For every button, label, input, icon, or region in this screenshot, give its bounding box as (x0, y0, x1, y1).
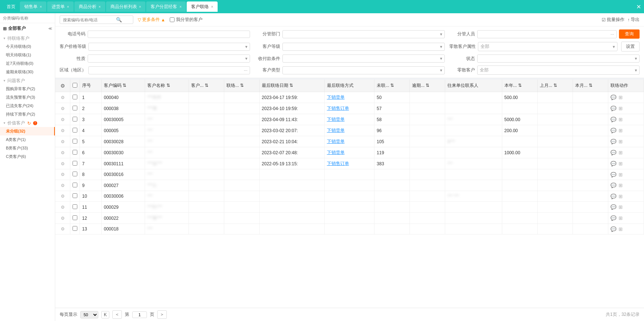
sidebar-item-class-b[interactable]: B类客户(33) (0, 144, 55, 152)
chat-icon[interactable]: 💬 (610, 117, 616, 122)
apps-icon[interactable]: ⊞ (619, 106, 623, 111)
chat-icon[interactable]: 💬 (610, 215, 616, 221)
tab-purchase-close[interactable]: × (67, 5, 69, 9)
chat-icon[interactable]: 💬 (610, 194, 616, 199)
chat-icon[interactable]: 💬 (610, 139, 616, 144)
next-page-button[interactable]: ＞ (157, 310, 167, 319)
chat-icon[interactable]: 💬 (610, 226, 616, 232)
sidebar-item-ungroup[interactable]: 未分组(32) (0, 127, 55, 135)
tab-purchase[interactable]: 进货单 × (47, 1, 74, 12)
customer-type-select[interactable]: ▾ (282, 66, 445, 74)
row-checkbox[interactable] (73, 215, 77, 220)
filter-search-input[interactable] (63, 18, 115, 22)
apps-icon[interactable]: ⊞ (619, 183, 623, 188)
sidebar-item-overdue-pending[interactable]: 逾期未联络(30) (0, 68, 55, 76)
apps-icon[interactable]: ⊞ (619, 117, 623, 122)
gear-icon-row[interactable]: ⚙ (61, 117, 65, 122)
filter-search-box[interactable]: 🔍 (60, 15, 133, 24)
gender-select[interactable]: ▾ (88, 54, 250, 63)
query-button[interactable]: 查询 (619, 29, 640, 39)
reset-button[interactable]: 设置 (621, 42, 640, 52)
last-way-link[interactable]: 下销货单 (327, 139, 345, 144)
tab-product-list-close[interactable]: × (139, 5, 141, 9)
status-select[interactable]: ▾ (477, 54, 640, 63)
retail-attr-select[interactable]: 全部 ▾ (478, 42, 617, 51)
tab-product-analysis[interactable]: 商品分析 × (74, 1, 105, 12)
more-conditions-button[interactable]: ▽ 更多条件 ▲ (138, 17, 165, 23)
sidebar-item-today-pending[interactable]: 今天待联络(0) (0, 42, 55, 51)
gear-icon-row[interactable]: ⚙ (61, 161, 65, 166)
refresh-icon[interactable]: ↻ (27, 121, 31, 126)
tab-sales[interactable]: 销售单 × (20, 1, 46, 12)
apps-icon[interactable]: ⊞ (619, 226, 623, 232)
last-way-link[interactable]: 下销货单 (327, 95, 345, 100)
close-window-button[interactable]: ✕ (636, 3, 641, 10)
gear-icon-row[interactable]: ⚙ (61, 150, 65, 155)
row-checkbox[interactable] (73, 117, 77, 121)
filter-search-icon[interactable]: 🔍 (116, 17, 122, 22)
apps-icon[interactable]: ⊞ (619, 194, 623, 199)
region-select[interactable]: ··· (88, 66, 250, 74)
payment-select[interactable]: ▾ (282, 54, 445, 63)
page-size-select[interactable]: 50 100 (80, 311, 98, 318)
gear-icon-row[interactable]: ⚙ (61, 128, 65, 133)
sidebar-item-churned[interactable]: 已流失客户(24) (0, 102, 55, 110)
chat-icon[interactable]: 💬 (610, 128, 616, 133)
sidebar-search[interactable]: 🔍 (0, 13, 55, 23)
sidebar-item-churn-warning[interactable]: 流失预警客户(3) (0, 93, 55, 102)
batch-ops-button[interactable]: ☑ 批量操作 (602, 17, 624, 23)
apps-icon[interactable]: ⊞ (619, 128, 623, 133)
row-checkbox[interactable] (73, 161, 77, 166)
row-checkbox[interactable] (73, 139, 77, 144)
gear-icon-row[interactable]: ⚙ (61, 183, 65, 188)
chat-icon[interactable]: 💬 (610, 95, 616, 100)
phone-input[interactable] (88, 31, 250, 38)
prev-page-button[interactable]: ＜ (112, 310, 122, 319)
last-way-link[interactable]: 下销货单 (327, 117, 345, 122)
gear-icon-row[interactable]: ⚙ (61, 216, 65, 221)
sidebar-item-abnormal[interactable]: 囤购异常客户(2) (0, 85, 55, 93)
gear-icon-row[interactable]: ⚙ (61, 172, 65, 177)
col-gear[interactable]: ⚙ (55, 80, 70, 92)
tab-sales-close[interactable]: × (40, 5, 42, 9)
gear-icon-row[interactable]: ⚙ (61, 139, 65, 144)
select-all-checkbox[interactable] (73, 83, 77, 88)
row-checkbox[interactable] (73, 95, 77, 99)
chat-icon[interactable]: 💬 (610, 183, 616, 188)
export-button[interactable]: ↑ 导出 (627, 17, 640, 23)
apps-icon[interactable]: ⊞ (619, 161, 623, 166)
apps-icon[interactable]: ⊞ (619, 95, 623, 100)
person-select[interactable]: ··· (477, 30, 617, 38)
gear-icon[interactable]: ⚙ (60, 83, 65, 89)
tab-product-analysis-close[interactable]: × (99, 5, 101, 9)
gear-icon-row[interactable]: ⚙ (61, 226, 65, 232)
home-tab[interactable]: 首页 (3, 4, 19, 10)
chat-icon[interactable]: 💬 (610, 204, 616, 210)
gear-icon-row[interactable]: ⚙ (61, 95, 65, 100)
row-checkbox[interactable] (73, 106, 77, 110)
sidebar-item-7day-pending[interactable]: 近7天待联络(0) (0, 59, 55, 68)
customer-level-select[interactable]: ▾ (282, 43, 445, 51)
tab-product-list[interactable]: 商品分析列表 × (106, 1, 146, 12)
chat-icon[interactable]: 💬 (610, 161, 616, 166)
sidebar-search-input[interactable] (3, 16, 54, 20)
my-customers-toggle[interactable]: 我分管的客户 (170, 17, 203, 23)
row-checkbox[interactable] (73, 172, 77, 176)
last-way-link[interactable]: 下销售订单 (327, 161, 349, 166)
row-checkbox[interactable] (73, 183, 77, 187)
last-way-link[interactable]: 下销货单 (327, 150, 345, 155)
apps-icon[interactable]: ⊞ (619, 204, 623, 210)
col-checkbox[interactable] (70, 80, 80, 92)
tab-customer-tier[interactable]: 客户分层经客 × (146, 1, 186, 12)
gear-icon-row[interactable]: ⚙ (61, 205, 65, 210)
apps-icon[interactable]: ⊞ (619, 150, 623, 155)
tab-customer-contact[interactable]: 客户联络 × (187, 1, 218, 12)
row-checkbox[interactable] (73, 193, 77, 198)
sidebar-item-tomorrow-pending[interactable]: 明天待联络(1) (0, 51, 55, 59)
price-level-select[interactable]: ▾ (88, 43, 250, 51)
chat-icon[interactable]: 💬 (610, 106, 616, 111)
row-checkbox[interactable] (73, 128, 77, 133)
dept-select[interactable]: ▾ (282, 30, 445, 38)
sidebar-all-customers[interactable]: ⊞ 全部客户 ≪ (0, 23, 55, 34)
retail-customer-select[interactable]: 全部 ▾ (477, 66, 640, 75)
